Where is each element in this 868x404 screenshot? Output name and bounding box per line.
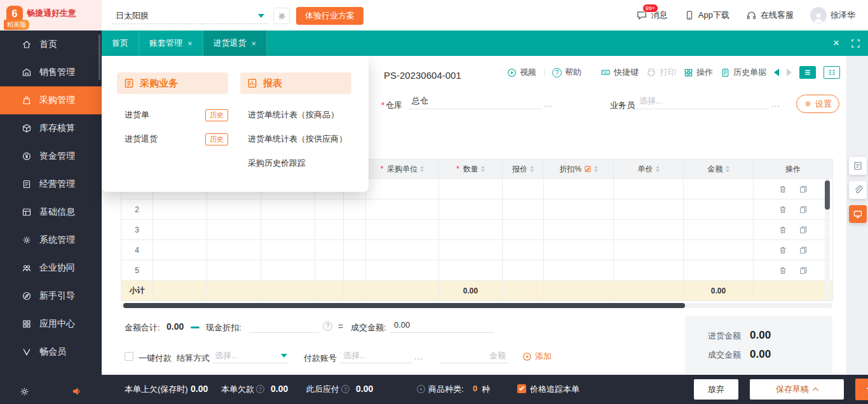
copy-row-icon[interactable]: [799, 205, 808, 214]
table-cell[interactable]: [544, 179, 614, 199]
sidebar-item-sales[interactable]: 销售管理: [0, 58, 102, 86]
copy-row-icon[interactable]: [799, 246, 808, 255]
table-cell[interactable]: [503, 179, 544, 199]
table-cell[interactable]: [344, 240, 366, 260]
print-button[interactable]: 打印: [646, 67, 676, 78]
col-header-amount[interactable]: 金额: [684, 159, 754, 179]
user-menu[interactable]: 徐泽华: [810, 7, 855, 24]
menu-item-purchase-return[interactable]: 进货退货 历史: [117, 127, 228, 151]
table-cell[interactable]: [366, 240, 439, 260]
close-tab-icon[interactable]: ×: [187, 39, 193, 48]
table-cell[interactable]: [684, 220, 754, 240]
sort-icon[interactable]: [726, 166, 729, 172]
col-header-unit-price[interactable]: 单价: [614, 159, 684, 179]
salesman-more-icon[interactable]: ...: [771, 99, 780, 109]
payment-amount-field[interactable]: 金额: [440, 348, 508, 363]
sidebar-item-operations[interactable]: 经营管理: [0, 170, 102, 198]
sort-icon[interactable]: [594, 166, 598, 172]
table-cell[interactable]: [153, 240, 207, 260]
save-draft-button[interactable]: 保存草稿: [750, 379, 844, 400]
messages-button[interactable]: 消息 99+: [636, 10, 668, 21]
table-cell[interactable]: [614, 179, 684, 199]
prev-arrow-icon[interactable]: [774, 69, 779, 76]
table-cell[interactable]: [439, 220, 503, 240]
table-cell[interactable]: [315, 199, 344, 220]
fullscreen-icon[interactable]: [851, 39, 860, 48]
menu-item-report-by-supplier[interactable]: 进货单统计表（按供应商）: [240, 127, 351, 151]
sidebar-settings-icon[interactable]: [19, 386, 30, 397]
save-and-new-button[interactable]: 保存&新增: [855, 379, 868, 400]
sidebar-item-enterprise[interactable]: 企业协同: [0, 254, 102, 282]
close-tab-icon[interactable]: ×: [252, 39, 257, 48]
table-vertical-scrollbar[interactable]: [825, 179, 830, 300]
app-download-button[interactable]: App下载: [684, 10, 729, 21]
feedback-button[interactable]: [849, 205, 867, 223]
help-circle-icon[interactable]: ?: [341, 385, 349, 393]
sidebar-item-guide[interactable]: 新手引导: [0, 282, 102, 310]
table-cell[interactable]: [153, 199, 207, 220]
table-cell[interactable]: [261, 240, 315, 260]
table-cell[interactable]: [207, 220, 261, 240]
table-cell[interactable]: [614, 260, 684, 281]
table-cell[interactable]: [153, 260, 207, 281]
delete-row-icon[interactable]: [778, 185, 787, 194]
deal-amount-field[interactable]: 0.00: [390, 318, 494, 333]
table-cell[interactable]: [439, 179, 503, 199]
price-track-checkbox[interactable]: [517, 384, 526, 393]
sidebar-scrollbar[interactable]: [98, 34, 100, 80]
help-circle-icon[interactable]: ?: [256, 385, 264, 393]
help-button[interactable]: ? 帮助: [552, 67, 581, 78]
tab-purchase-return[interactable]: 进货退货 ×: [203, 30, 268, 56]
menu-item-report-by-goods[interactable]: 进货单统计表（按商品）: [240, 103, 351, 127]
history-badge[interactable]: 历史: [205, 133, 228, 145]
table-cell[interactable]: [614, 240, 684, 260]
delete-row-icon[interactable]: [778, 226, 787, 234]
table-cell[interactable]: [684, 260, 754, 281]
table-horizontal-scrollbar[interactable]: [121, 303, 832, 308]
trial-solution-button[interactable]: 体验行业方案: [296, 7, 363, 25]
salesman-field[interactable]: 选择...: [637, 93, 769, 109]
scrollbar-thumb[interactable]: [825, 180, 830, 210]
col-header-quote[interactable]: 报价: [503, 159, 544, 179]
table-cell[interactable]: [544, 199, 614, 220]
table-cell[interactable]: [544, 220, 614, 240]
collapse-speaker-icon[interactable]: [71, 386, 83, 397]
delete-row-icon[interactable]: [778, 205, 787, 214]
settings-button[interactable]: 设置: [796, 95, 839, 113]
online-service-button[interactable]: 在线客服: [746, 10, 794, 21]
cash-discount-field[interactable]: [249, 318, 319, 333]
grid-view-toggle[interactable]: [824, 66, 840, 79]
sort-icon[interactable]: [481, 166, 485, 172]
table-cell[interactable]: [344, 260, 366, 281]
warehouse-field[interactable]: 总仓: [409, 93, 541, 109]
table-cell[interactable]: [207, 260, 261, 281]
table-cell[interactable]: [261, 199, 315, 220]
account-settings-button[interactable]: [273, 8, 290, 24]
scrollbar-thumb[interactable]: [123, 303, 685, 308]
sidebar-item-base-info[interactable]: 基础信息: [0, 198, 102, 226]
discard-button[interactable]: 放弃: [694, 379, 738, 400]
sidebar-item-apps[interactable]: 应用中心: [0, 310, 102, 338]
sidebar-item-inventory[interactable]: 库存核算: [0, 114, 102, 142]
onekey-payment-checkbox[interactable]: [125, 352, 133, 361]
delete-row-icon[interactable]: [778, 246, 787, 255]
table-cell[interactable]: [366, 179, 439, 199]
table-cell[interactable]: [153, 220, 207, 240]
table-cell[interactable]: [544, 240, 614, 260]
copy-row-icon[interactable]: [799, 185, 808, 194]
sidebar-item-system[interactable]: 系统管理: [0, 226, 102, 254]
col-header-quantity[interactable]: *数量: [439, 159, 503, 179]
sidebar-item-member[interactable]: 畅会员: [0, 338, 102, 366]
table-cell[interactable]: [614, 220, 684, 240]
add-payment-button[interactable]: 添加: [522, 351, 552, 362]
delete-row-icon[interactable]: [778, 266, 787, 275]
table-cell[interactable]: [315, 220, 344, 240]
table-cell[interactable]: [344, 199, 366, 220]
account-select[interactable]: 日太阳膜: [112, 8, 268, 24]
col-header-discount[interactable]: 折扣%: [544, 159, 614, 179]
menu-item-price-history[interactable]: 采购历史价跟踪: [240, 151, 351, 175]
table-cell[interactable]: [614, 199, 684, 220]
close-all-icon[interactable]: ×: [833, 37, 839, 50]
copy-row-icon[interactable]: [799, 226, 808, 234]
list-view-toggle[interactable]: [799, 66, 816, 79]
